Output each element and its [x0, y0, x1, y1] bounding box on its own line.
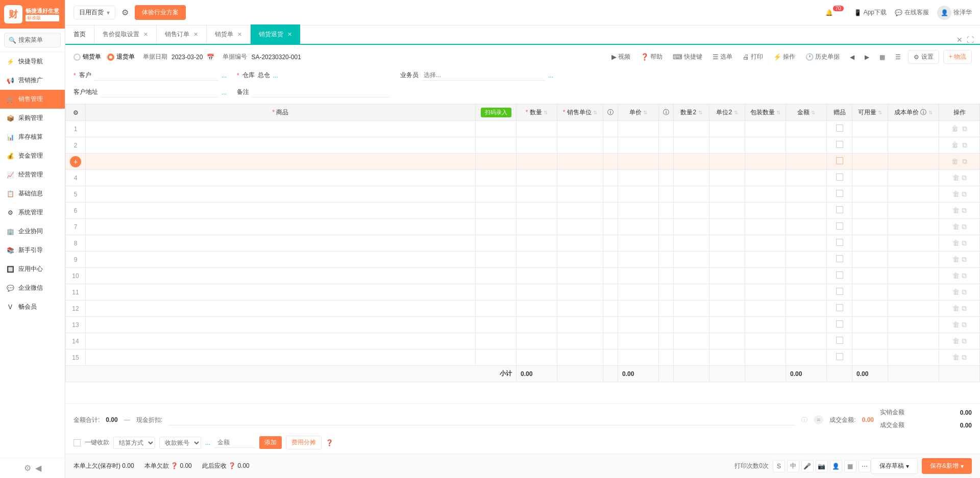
- toolbar-operation[interactable]: ⚡ 操作: [770, 51, 798, 63]
- input-method-s-icon[interactable]: S: [773, 460, 785, 472]
- toolbar-next[interactable]: ▶: [862, 52, 872, 62]
- gift-cb[interactable]: [836, 206, 843, 213]
- gift-cb[interactable]: [836, 320, 843, 328]
- row-unit2-3[interactable]: [709, 154, 745, 170]
- tab-close-icon[interactable]: ✕: [237, 31, 242, 38]
- trial-btn[interactable]: 体验行业方案: [135, 5, 186, 20]
- row-unit-3[interactable]: [557, 154, 603, 170]
- row-product-3[interactable]: [86, 154, 476, 170]
- row-qty2-1[interactable]: [674, 121, 709, 137]
- toolbar-video[interactable]: ▶ 视频: [608, 51, 633, 63]
- delete-icon[interactable]: 🗑: [952, 304, 960, 312]
- delete-row-3-icon[interactable]: 🗑: [951, 157, 959, 165]
- row-gift-1[interactable]: [827, 121, 852, 137]
- sidebar-item-app-center[interactable]: 🔲 应用中心: [0, 260, 65, 279]
- copy-icon[interactable]: ⧉: [962, 206, 967, 214]
- copy-icon[interactable]: ⧉: [962, 320, 967, 329]
- gift-checkbox-1[interactable]: [836, 124, 843, 132]
- sales-radio[interactable]: 销货单: [74, 53, 101, 61]
- settings-button[interactable]: ⚙ 设置: [908, 50, 939, 64]
- gift-cb[interactable]: [836, 337, 843, 344]
- topbar-settings-icon[interactable]: ⚙: [121, 8, 129, 17]
- sidebar-item-quick-nav[interactable]: ⚡ 快捷导航: [0, 52, 65, 71]
- row-qty-1[interactable]: [517, 121, 557, 137]
- tab-price-settings[interactable]: 售价提取设置 ✕: [94, 24, 157, 44]
- calc-method-select[interactable]: 结算方式: [113, 437, 155, 449]
- tab-sales-return[interactable]: 销货退货 ✕: [251, 24, 301, 44]
- tab-expand-icon[interactable]: ⛶: [967, 36, 974, 44]
- calendar-icon[interactable]: 📅: [207, 54, 214, 61]
- add-row-btn[interactable]: +: [70, 156, 81, 167]
- row-pkg-1[interactable]: [745, 121, 786, 137]
- person-icon[interactable]: 👤: [830, 460, 842, 472]
- row-unit2-2[interactable]: [709, 137, 745, 154]
- input-method-zh-icon[interactable]: 中: [787, 460, 799, 472]
- tab-close-all-icon[interactable]: ✕: [957, 36, 963, 44]
- sidebar-item-member[interactable]: V 畅会员: [0, 297, 65, 316]
- row-gift-2[interactable]: [827, 137, 852, 154]
- copy-icon[interactable]: ⧉: [962, 353, 967, 361]
- delete-icon[interactable]: 🗑: [952, 206, 960, 214]
- address-dots[interactable]: ...: [222, 89, 227, 96]
- row-gift-3[interactable]: [827, 154, 852, 170]
- copy-icon[interactable]: ⧉: [962, 288, 967, 296]
- salesperson-dots[interactable]: ...: [548, 72, 553, 79]
- amount-input[interactable]: [214, 437, 255, 448]
- row-product-1[interactable]: [86, 121, 476, 137]
- online-service-btn[interactable]: 💬 在线客服: [895, 8, 929, 17]
- delete-icon[interactable]: 🗑: [952, 320, 960, 329]
- copy-row-1-icon[interactable]: ⧉: [962, 124, 967, 133]
- sidebar-item-wechat[interactable]: 💬 企业微信: [0, 279, 65, 297]
- delete-icon[interactable]: 🗑: [952, 255, 960, 263]
- toolbar-print[interactable]: 🖨 打印: [740, 51, 766, 63]
- salesperson-input[interactable]: [422, 70, 545, 81]
- delete-row-2-icon[interactable]: 🗑: [951, 141, 959, 149]
- sidebar-item-inventory[interactable]: 📊 库存核算: [0, 128, 65, 146]
- copy-icon[interactable]: ⧉: [962, 239, 967, 247]
- gift-cb[interactable]: [836, 271, 843, 279]
- gift-cb[interactable]: [836, 304, 843, 311]
- sidebar-item-basic-info[interactable]: 📋 基础信息: [0, 184, 65, 203]
- gift-cb[interactable]: [836, 255, 843, 262]
- row-qty-3[interactable]: [517, 154, 557, 170]
- copy-icon[interactable]: ⧉: [962, 190, 967, 198]
- qr-icon[interactable]: ▦: [844, 460, 856, 472]
- account-dots[interactable]: ...: [205, 439, 210, 446]
- one-click-checkbox[interactable]: [74, 439, 81, 446]
- add-logistics-button[interactable]: + 物流: [943, 50, 972, 64]
- account-select[interactable]: 收款账号: [159, 437, 201, 449]
- return-radio[interactable]: 退货单: [107, 53, 135, 61]
- toolbar-grid-view[interactable]: ▦: [876, 52, 888, 62]
- gift-checkbox-3[interactable]: [836, 157, 843, 164]
- row-price-3[interactable]: [618, 154, 659, 170]
- warehouse-dots[interactable]: ...: [273, 72, 278, 79]
- gift-cb[interactable]: [836, 353, 843, 360]
- gift-cb[interactable]: [836, 288, 843, 295]
- sidebar-item-sales[interactable]: 🛒 销售管理: [0, 90, 65, 109]
- app-download-btn[interactable]: 📱 App下载: [854, 8, 887, 17]
- product-input-3[interactable]: [90, 158, 471, 165]
- sidebar-item-finance[interactable]: 💰 资金管理: [0, 146, 65, 165]
- tab-close-icon[interactable]: ✕: [143, 31, 148, 38]
- discount-input[interactable]: [168, 415, 795, 425]
- row-pkg-3[interactable]: [745, 154, 786, 170]
- copy-icon[interactable]: ⧉: [962, 304, 967, 312]
- gift-checkbox-2[interactable]: [836, 141, 843, 148]
- gift-cb[interactable]: [836, 239, 843, 246]
- row-price-2[interactable]: [618, 137, 659, 154]
- sidebar-item-guide[interactable]: 📚 新手引导: [0, 241, 65, 260]
- copy-icon[interactable]: ⧉: [962, 222, 967, 231]
- sidebar-item-marketing[interactable]: 📢 营销推广: [0, 71, 65, 90]
- more-icon[interactable]: ⋯: [859, 460, 871, 472]
- row-unit-2[interactable]: [557, 137, 603, 154]
- copy-icon[interactable]: ⧉: [962, 271, 967, 280]
- row-amount-1[interactable]: [786, 121, 827, 137]
- add-payment-btn[interactable]: 添加: [259, 436, 282, 449]
- delete-row-1-icon[interactable]: 🗑: [951, 124, 959, 133]
- tab-close-icon[interactable]: ✕: [287, 31, 292, 38]
- split-btn[interactable]: 费用分摊: [286, 436, 322, 449]
- delete-icon[interactable]: 🗑: [952, 222, 960, 231]
- toolbar-shortcut[interactable]: ⌨ 快捷键: [670, 51, 705, 63]
- row-amount-3[interactable]: [786, 154, 827, 170]
- row-product-2[interactable]: [86, 137, 476, 154]
